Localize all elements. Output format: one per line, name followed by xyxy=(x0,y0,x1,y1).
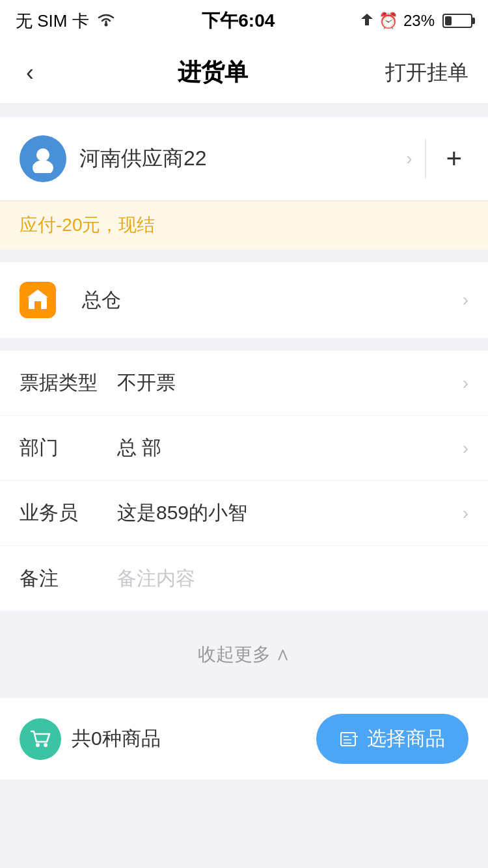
select-product-button[interactable]: 选择商品 xyxy=(316,714,468,764)
cart-icon-circle xyxy=(20,718,61,760)
open-pending-button[interactable]: 打开挂单 xyxy=(385,59,468,87)
status-bar: 无 SIM 卡 下午6:04 ⏰ 23% xyxy=(0,0,488,42)
supplier-divider xyxy=(425,139,426,178)
department-label: 部门 xyxy=(20,435,98,461)
collapse-label: 收起更多 ∧ xyxy=(198,644,291,664)
status-left: 无 SIM 卡 xyxy=(16,10,116,33)
department-value: 总 部 xyxy=(98,435,456,461)
nav-bar: ‹ 进货单 打开挂单 xyxy=(0,42,488,104)
notice-text: 应付-20元，现结 xyxy=(20,215,155,235)
page-title: 进货单 xyxy=(178,57,248,88)
sim-status: 无 SIM 卡 xyxy=(16,10,89,33)
salesperson-row[interactable]: 业务员 这是859的小智 › xyxy=(0,481,488,546)
salesperson-chevron-icon: › xyxy=(463,503,468,524)
battery-percent: 23% xyxy=(403,12,435,30)
invoice-type-chevron-icon: › xyxy=(463,373,468,394)
form-section: 票据类型 不开票 › 部门 总 部 › 业务员 这是859的小智 › 备注 备注… xyxy=(0,351,488,611)
warehouse-icon-circle xyxy=(20,282,56,318)
supplier-avatar xyxy=(20,135,66,182)
alarm-icon: ⏰ xyxy=(379,12,398,30)
svg-rect-5 xyxy=(34,301,41,309)
bottom-bar: 共0种商品 选择商品 xyxy=(0,698,488,780)
remark-input[interactable]: 备注内容 xyxy=(98,565,468,592)
supplier-name[interactable]: 河南供应商22 xyxy=(79,144,400,173)
gray-area-bottom xyxy=(0,780,488,868)
supplier-chevron-icon: › xyxy=(406,148,412,169)
remark-row[interactable]: 备注 备注内容 xyxy=(0,546,488,611)
location-icon xyxy=(360,12,373,30)
back-button[interactable]: ‹ xyxy=(20,53,40,93)
notice-bar: 应付-20元，现结 xyxy=(0,201,488,249)
section-gap-top xyxy=(0,104,488,117)
battery-icon xyxy=(442,14,472,28)
add-supplier-button[interactable]: + xyxy=(439,143,468,174)
invoice-type-value: 不开票 xyxy=(98,370,456,396)
svg-point-1 xyxy=(36,148,49,161)
salesperson-label: 业务员 xyxy=(20,500,98,526)
department-row[interactable]: 部门 总 部 › xyxy=(0,416,488,481)
status-right: ⏰ 23% xyxy=(360,12,472,30)
product-count-text: 共0种商品 xyxy=(72,726,161,752)
svg-point-6 xyxy=(36,743,40,747)
svg-point-7 xyxy=(44,743,47,747)
svg-marker-4 xyxy=(27,290,48,297)
status-time: 下午6:04 xyxy=(202,8,275,33)
department-chevron-icon: › xyxy=(463,438,468,459)
warehouse-name: 总仓 xyxy=(69,287,456,314)
salesperson-value: 这是859的小智 xyxy=(98,500,456,526)
collapse-row[interactable]: 收起更多 ∧ xyxy=(0,624,488,685)
svg-rect-10 xyxy=(341,733,355,746)
warehouse-row[interactable]: 总仓 › xyxy=(0,262,488,338)
wifi-icon xyxy=(96,11,116,31)
supplier-section: 河南供应商22 › + xyxy=(0,117,488,201)
invoice-type-row[interactable]: 票据类型 不开票 › xyxy=(0,351,488,416)
select-product-label: 选择商品 xyxy=(367,726,445,752)
warehouse-chevron-icon: › xyxy=(463,290,468,310)
warehouse-section: 总仓 › xyxy=(0,262,488,338)
product-count-area: 共0种商品 xyxy=(20,718,161,760)
svg-point-2 xyxy=(33,160,53,173)
remark-label: 备注 xyxy=(20,565,98,592)
svg-point-0 xyxy=(104,23,107,26)
invoice-type-label: 票据类型 xyxy=(20,370,98,396)
